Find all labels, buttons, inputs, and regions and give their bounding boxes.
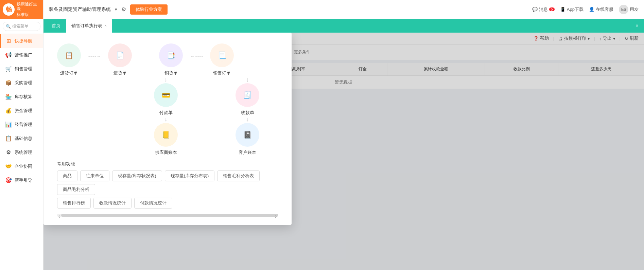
receipt-label: 收款单: [241, 110, 254, 116]
sidebar-item-purchase[interactable]: 📦 采购管理: [0, 76, 43, 90]
search-menu-button[interactable]: 🔍 搜索菜单: [3, 22, 40, 31]
cf-btn-product[interactable]: 商品: [57, 170, 77, 181]
tab-sales-order[interactable]: 销售订单执行表 ×: [66, 19, 112, 33]
cf-btn-counterpart[interactable]: 往来单位: [80, 170, 109, 181]
sales-order2-icon: 📃: [210, 43, 234, 67]
customer-ledger-node[interactable]: 📓 客户账本: [220, 123, 275, 156]
avatar: Ea: [619, 5, 628, 14]
main-area: 装备及固定资产辅助管理系统 ▾ ⚙ 体验行业方案 💬 消息 5 📱 App下载 …: [43, 0, 644, 270]
cf-btn-payment-stats[interactable]: 付款情况统计: [134, 198, 172, 209]
tab-close-icon[interactable]: ×: [104, 23, 107, 28]
phone-icon: 📱: [560, 7, 565, 12]
tab-home[interactable]: 首页: [46, 19, 66, 33]
sales-order2-label: 销售订单: [213, 70, 231, 76]
customer-ledger-icon: 📓: [236, 123, 259, 147]
common-functions-title: 常用功能: [57, 161, 278, 167]
cf-btn-stock-status[interactable]: 现存量(库存状况表): [112, 170, 162, 181]
operations-icon: 📊: [5, 121, 12, 128]
purchase-order-label: 进货订单: [60, 70, 78, 76]
inventory-icon: 🏪: [5, 93, 12, 100]
topbar-right: 💬 消息 5 📱 App下载 👤 在线客服 Ea 用友: [532, 5, 639, 14]
svg-text:📑: 📑: [167, 51, 175, 59]
message-action[interactable]: 💬 消息 5: [532, 6, 555, 13]
logo-icon: 畅: [3, 3, 15, 16]
svg-text:💳: 💳: [162, 91, 170, 99]
supplier-ledger-label: 供应商账本: [155, 149, 177, 156]
marketing-icon: 📢: [5, 52, 12, 58]
logo-text: 畅康通好生意 标准版: [17, 2, 40, 18]
sales-order-icon: 📑: [159, 43, 183, 67]
sidebar-item-newbie[interactable]: 🎯 新手引导: [0, 173, 43, 187]
trial-button[interactable]: 体验行业方案: [130, 4, 168, 15]
app-download-action[interactable]: 📱 App下载: [560, 6, 584, 13]
sales-order-node[interactable]: 📑 销货单: [159, 43, 183, 76]
settings-icon[interactable]: ⚙: [121, 6, 126, 13]
topbar: 装备及固定资产辅助管理系统 ▾ ⚙ 体验行业方案 💬 消息 5 📱 App下载 …: [43, 0, 644, 19]
popup-overlay[interactable]: 📋 进货订单 - - - - →: [43, 33, 644, 270]
cf-btn-stock-dist[interactable]: 现存量(库存分布表): [165, 170, 215, 181]
basic-info-icon: 📋: [5, 135, 12, 142]
sidebar-item-finance[interactable]: 💰 资金管理: [0, 104, 43, 118]
sales-icon: 🛒: [5, 66, 12, 72]
svg-text:📋: 📋: [65, 51, 73, 59]
purchase-order-icon: 📋: [57, 43, 81, 67]
sidebar-item-sales[interactable]: 🛒 销售管理: [0, 62, 43, 76]
scrollbar-thumb[interactable]: [61, 214, 278, 217]
cf-btn-product-margin[interactable]: 商品毛利分析: [57, 184, 95, 195]
user-action[interactable]: Ea 用友: [619, 5, 639, 14]
popup-scrollbar: ‹ ›: [57, 214, 278, 217]
purchase-receipt-node[interactable]: 📄 进货单: [108, 43, 132, 76]
svg-text:🧾: 🧾: [243, 91, 252, 99]
cf-btn-receipt-stats[interactable]: 收款情况统计: [93, 198, 132, 209]
message-icon: 💬: [532, 7, 538, 12]
svg-text:📄: 📄: [116, 51, 124, 59]
svg-text:📒: 📒: [162, 131, 170, 139]
message-badge: 5: [549, 7, 555, 11]
scroll-right-arrow[interactable]: ›: [274, 213, 278, 219]
sidebar-item-system[interactable]: ⚙ 系统管理: [0, 145, 43, 159]
sidebar-item-operations[interactable]: 📊 经营管理: [0, 118, 43, 131]
popup-panel: 📋 进货订单 - - - - →: [43, 33, 292, 225]
newbie-icon: 🎯: [5, 177, 12, 183]
quick-nav-icon: ⊞: [5, 38, 12, 44]
purchase-icon: 📦: [5, 79, 12, 86]
system-icon: ⚙: [5, 149, 12, 156]
common-functions-buttons: 商品 往来单位 现存量(库存状况表) 现存量(库存分布表) 销售毛利分析表 商品…: [57, 170, 278, 195]
finance-icon: 💰: [5, 107, 12, 114]
tabbar-close-button[interactable]: ×: [633, 23, 641, 29]
payment-label: 付款单: [159, 110, 173, 116]
sidebar-search: 🔍 搜索菜单: [0, 19, 43, 34]
receipt-icon: 🧾: [236, 83, 259, 107]
supplier-ledger-node[interactable]: 📒 供应商账本: [139, 123, 193, 156]
common-functions: 常用功能 商品 往来单位 现存量(库存状况表) 现存量(库存分布表) 销售毛利分…: [52, 161, 283, 209]
online-service-action[interactable]: 👤 在线客服: [589, 6, 613, 13]
sidebar-item-enterprise[interactable]: 🤝 企业协同: [0, 159, 43, 173]
system-title: 装备及固定资产辅助管理系统: [49, 6, 111, 13]
sidebar-item-basic-info[interactable]: 📋 基础信息: [0, 131, 43, 145]
purchase-order-node[interactable]: 📋 进货订单: [57, 43, 81, 76]
arrow-so-so2: ← - - - -: [183, 54, 210, 66]
tabbar: 首页 销售订单执行表 × ×: [43, 19, 644, 33]
svg-text:📓: 📓: [243, 131, 252, 139]
sales-order2-node[interactable]: 📃 销售订单: [210, 43, 234, 76]
scroll-left-arrow[interactable]: ‹: [57, 213, 62, 219]
sidebar: 畅 畅康通好生意 标准版 🔍 搜索菜单 ⊞ 快捷导航 📢 营销推广 🛒 销售管理…: [0, 0, 43, 270]
supplier-ledger-icon: 📒: [154, 123, 178, 147]
sidebar-item-marketing[interactable]: 📢 营销推广: [0, 48, 43, 62]
content-area: ❓ 帮助 | 🖨 按模板打印 ▾ | ↑ 导出 ▾ | ↻ 刷新: [43, 33, 644, 270]
svg-text:📃: 📃: [218, 51, 226, 59]
sidebar-nav: ⊞ 快捷导航 📢 营销推广 🛒 销售管理 📦 采购管理 🏪 库存核算 💰 资金管…: [0, 34, 43, 270]
dropdown-icon[interactable]: ▾: [115, 7, 117, 12]
payment-node[interactable]: 💳 付款单: [139, 83, 193, 116]
purchase-receipt-icon: 📄: [108, 43, 132, 67]
sidebar-item-inventory[interactable]: 🏪 库存核算: [0, 90, 43, 104]
sidebar-item-quick-nav[interactable]: ⊞ 快捷导航: [0, 34, 43, 48]
receipt-node[interactable]: 🧾 收款单: [220, 83, 275, 116]
cf-btn-sales-margin[interactable]: 销售毛利分析表: [217, 170, 260, 181]
search-icon: 🔍: [6, 24, 11, 29]
arrow-po-pr: - - - - →: [81, 54, 108, 66]
service-icon: 👤: [589, 7, 594, 12]
cf-btn-sales-rank[interactable]: 销售排行榜: [57, 198, 91, 209]
purchase-receipt-label: 进货单: [114, 70, 127, 76]
enterprise-icon: 🤝: [5, 163, 12, 169]
